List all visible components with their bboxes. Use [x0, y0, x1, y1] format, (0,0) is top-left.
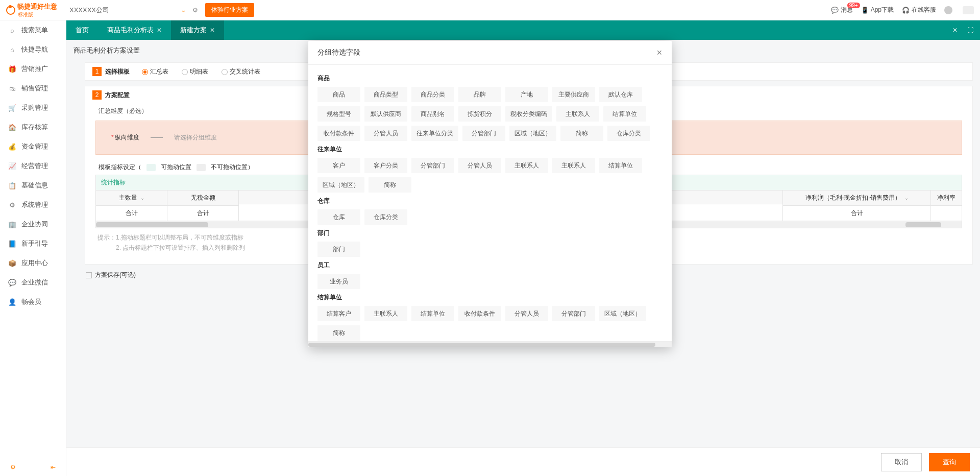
field-chip[interactable]: 税收分类编码: [505, 106, 552, 122]
field-chip[interactable]: 分管部门: [462, 126, 505, 141]
logo-text: 畅捷通好生意: [17, 2, 57, 11]
field-chip[interactable]: 结算单位: [411, 306, 454, 321]
field-chip[interactable]: 结算客户: [317, 306, 360, 321]
company-name: XXXXXX公司: [69, 6, 109, 15]
field-chip[interactable]: 分管人员: [364, 126, 407, 141]
field-chip[interactable]: 往来单位分类: [411, 126, 458, 141]
field-chip[interactable]: 分管人员: [505, 306, 548, 321]
field-chip[interactable]: 简称: [560, 126, 603, 141]
field-chip[interactable]: 主要供应商: [552, 87, 595, 102]
field-chip[interactable]: 主联系人: [552, 158, 595, 173]
chip-group: 商品商品类型商品分类品牌产地主要供应商默认仓库规格型号默认供应商商品别名拣货积分…: [317, 87, 663, 141]
field-chip[interactable]: 仓库分类: [607, 126, 650, 141]
field-chip[interactable]: 仓库: [317, 209, 360, 225]
modal-section-heading: 往来单位: [317, 145, 663, 154]
field-chip[interactable]: 商品: [317, 87, 360, 102]
field-chip[interactable]: 区域（地区）: [599, 306, 646, 321]
online-service-link[interactable]: 🎧 在线客服: [902, 6, 936, 14]
modal-close-icon[interactable]: ✕: [656, 49, 663, 57]
field-chip[interactable]: 产地: [505, 87, 548, 102]
field-chip[interactable]: 分管人员: [458, 158, 501, 173]
logo: 畅捷通好生意 标准版: [6, 2, 57, 18]
field-chip[interactable]: 商品类型: [364, 87, 407, 102]
service-label: 在线客服: [912, 6, 936, 14]
app-download-link[interactable]: 📱 App下载: [861, 6, 894, 14]
modal-body: 商品商品商品类型商品分类品牌产地主要供应商默认仓库规格型号默认供应商商品别名拣货…: [308, 65, 672, 341]
modal-section-员工: 员工业务员: [317, 261, 663, 289]
field-chip[interactable]: 商品分类: [411, 87, 454, 102]
field-chip[interactable]: 简称: [317, 325, 360, 341]
phone-icon: 📱: [861, 7, 869, 14]
modal-section-heading: 结算单位: [317, 293, 663, 302]
modal-section-商品: 商品商品商品类型商品分类品牌产地主要供应商默认仓库规格型号默认供应商商品别名拣货…: [317, 74, 663, 141]
field-chip[interactable]: 简称: [369, 177, 411, 193]
header-right: 💬 消息 99+ 📱 App下载 🎧 在线客服: [831, 6, 974, 14]
field-chip[interactable]: 客户: [317, 158, 360, 173]
field-chip[interactable]: 结算单位: [603, 106, 646, 122]
user-menu[interactable]: [963, 6, 974, 14]
chevron-down-icon: ⌄: [181, 6, 186, 14]
app-header: 畅捷通好生意 标准版 XXXXXX公司 ⌄ ⚙ 体验行业方案 💬 消息 99+ …: [0, 0, 980, 20]
field-chip[interactable]: 商品别名: [411, 106, 454, 122]
avatar-icon[interactable]: [944, 6, 952, 14]
field-chip[interactable]: 业务员: [317, 274, 360, 289]
field-chip[interactable]: 收付款条件: [317, 126, 360, 141]
field-chip[interactable]: 区域（地区）: [509, 126, 556, 141]
field-chip[interactable]: 仓库分类: [364, 209, 407, 225]
modal-header: 分组待选字段 ✕: [308, 41, 672, 65]
field-chip[interactable]: 分管部门: [411, 158, 454, 173]
messages-link[interactable]: 💬 消息 99+: [831, 6, 853, 14]
company-selector[interactable]: XXXXXX公司 ⌄: [69, 6, 186, 15]
gear-icon[interactable]: ⚙: [192, 7, 198, 14]
field-chip[interactable]: 主联系人: [556, 106, 599, 122]
logo-icon: [6, 6, 15, 15]
chip-group: 结算客户主联系人结算单位收付款条件分管人员分管部门区域（地区）简称: [317, 306, 663, 341]
modal-section-heading: 仓库: [317, 197, 663, 205]
chip-group: 仓库仓库分类: [317, 209, 663, 225]
modal-title: 分组待选字段: [317, 48, 360, 57]
field-chip[interactable]: 默认供应商: [364, 106, 407, 122]
modal-section-heading: 部门: [317, 229, 663, 237]
modal-section-结算单位: 结算单位结算客户主联系人结算单位收付款条件分管人员分管部门区域（地区）简称: [317, 293, 663, 341]
field-chip[interactable]: 客户分类: [364, 158, 407, 173]
chip-group: 部门: [317, 242, 663, 257]
field-chip[interactable]: 分管部门: [552, 306, 595, 321]
field-chip[interactable]: 拣货积分: [458, 106, 501, 122]
logo-subtext: 标准版: [18, 11, 57, 18]
modal-section-部门: 部门部门: [317, 229, 663, 257]
field-chip[interactable]: 区域（地区）: [317, 177, 364, 193]
modal-section-仓库: 仓库仓库仓库分类: [317, 197, 663, 225]
modal-section-往来单位: 往来单位客户客户分类分管部门分管人员主联系人主联系人结算单位区域（地区）简称: [317, 145, 663, 193]
group-fields-modal: 分组待选字段 ✕ 商品商品商品类型商品分类品牌产地主要供应商默认仓库规格型号默认…: [308, 41, 672, 347]
field-chip[interactable]: 主联系人: [505, 158, 548, 173]
modal-h-scrollbar[interactable]: [308, 341, 672, 347]
field-chip[interactable]: 部门: [317, 242, 360, 257]
field-chip[interactable]: 规格型号: [317, 106, 360, 122]
modal-section-heading: 员工: [317, 261, 663, 270]
message-icon: 💬: [831, 7, 839, 14]
experience-plan-button[interactable]: 体验行业方案: [205, 3, 254, 17]
field-chip[interactable]: 品牌: [458, 87, 501, 102]
field-chip[interactable]: 收付款条件: [458, 306, 501, 321]
field-chip[interactable]: 结算单位: [599, 158, 642, 173]
field-chip[interactable]: 主联系人: [364, 306, 407, 321]
chip-group: 业务员: [317, 274, 663, 289]
headset-icon: 🎧: [902, 7, 910, 14]
chip-group: 客户客户分类分管部门分管人员主联系人主联系人结算单位区域（地区）简称: [317, 158, 663, 193]
field-chip[interactable]: 默认仓库: [599, 87, 642, 102]
app-download-label: App下载: [871, 6, 894, 14]
modal-section-heading: 商品: [317, 74, 663, 83]
messages-badge: 99+: [847, 3, 860, 8]
